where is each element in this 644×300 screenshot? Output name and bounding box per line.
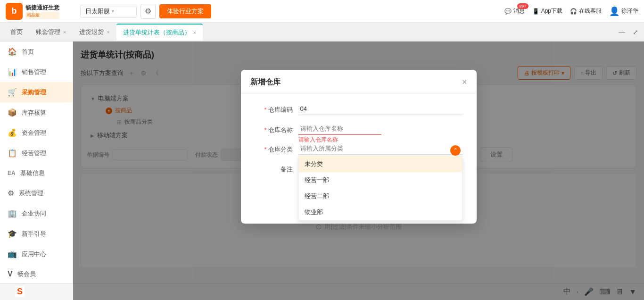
logo-icon: b (6, 3, 23, 20)
dropdown-toggle-button[interactable] (450, 145, 461, 156)
name-input[interactable] (298, 123, 381, 135)
tab-bar: 首页 账套管理 × 进货退货 × 进货单统计表（按商品） × — ⤢ (0, 23, 644, 42)
finance-icon: 💰 (8, 128, 17, 137)
app-download-button[interactable]: 📱 App下载 (532, 7, 562, 15)
system-icon: ⚙ (8, 189, 14, 198)
name-label: 仓库名称 (255, 123, 293, 134)
category-dropdown: 未分类 经营一部 经营二部 物业部 (298, 142, 462, 155)
modal-overlay: 新增仓库 × 仓库编码 仓库名称 请输入仓库名 (73, 42, 644, 300)
gear-icon: ⚙ (145, 7, 151, 16)
basic-info-icon: EA (8, 170, 16, 176)
content-area: 进货单统计(按商品) 按以下方案查询 ＋ ⚙ 《 🖨 按模板打印 ▾ ↑ 导出 (73, 42, 644, 300)
modal-close-button[interactable]: × (462, 77, 467, 87)
tab-home[interactable]: 首页 (4, 24, 29, 41)
modal-title: 新增仓库 (250, 77, 281, 87)
messages-button[interactable]: 💬 消息 99+ (504, 7, 525, 15)
logo-text: 畅捷通好生意 精品版 (25, 4, 59, 19)
store-selector[interactable]: 日太阳膜 ▾ (80, 5, 137, 18)
dropdown-item-1[interactable]: 经营一部 (299, 172, 462, 188)
headset-icon: 🎧 (570, 8, 577, 15)
operations-icon: 📋 (8, 149, 17, 158)
user-icon: 👤 (609, 6, 619, 17)
code-label: 仓库编码 (255, 103, 293, 114)
form-row-code: 仓库编码 (255, 103, 462, 115)
customer-service-button[interactable]: 🎧 在线客服 (570, 7, 602, 15)
home-icon: 🏠 (8, 47, 17, 56)
sidebar-item-enterprise[interactable]: 🏢 企业协同 (0, 203, 73, 224)
category-label: 仓库分类 (255, 142, 293, 154)
form-row-name: 仓库名称 请输入仓库名称 (255, 123, 462, 135)
messages-badge: 99+ (517, 3, 528, 9)
category-dropdown-list: 未分类 经营一部 经营二部 物业部 (298, 156, 462, 221)
inventory-icon: 📦 (8, 108, 17, 117)
sidebar-item-operations[interactable]: 📋 经营管理 (0, 143, 73, 163)
modal-header: 新增仓库 × (241, 70, 477, 93)
trial-button[interactable]: 体验行业方案 (159, 4, 211, 18)
add-warehouse-modal: 新增仓库 × 仓库编码 仓库名称 请输入仓库名 (241, 70, 477, 224)
sidebar-item-apps[interactable]: 📺 应用中心 (0, 244, 73, 264)
tab-stats[interactable]: 进货单统计表（按商品） × (116, 24, 203, 41)
sidebar-item-home[interactable]: 🏠 首页 (0, 42, 73, 62)
sidebar: 🏠 首页 📊 销售管理 🛒 采购管理 📦 库存核算 💰 资金管理 📋 经营管理 … (0, 42, 73, 300)
enterprise-icon: 🏢 (8, 209, 17, 218)
form-row-category: 仓库分类 未分类 经营一部 经营二部 物业部 (255, 142, 462, 155)
tab-close-returns[interactable]: × (107, 29, 109, 35)
dropdown-item-3[interactable]: 物业部 (299, 204, 462, 220)
sidebar-item-finance[interactable]: 💰 资金管理 (0, 123, 73, 143)
tab-close-stats[interactable]: × (193, 30, 196, 35)
sidebar-item-vip[interactable]: V 畅会员 (0, 264, 73, 284)
message-icon: 💬 (504, 8, 512, 15)
tab-close-accounts[interactable]: × (63, 29, 66, 35)
category-input[interactable] (298, 142, 462, 155)
dropdown-item-2[interactable]: 经营二部 (299, 188, 462, 204)
code-input[interactable] (298, 103, 462, 115)
sidebar-item-inventory[interactable]: 📦 库存核算 (0, 102, 73, 123)
header-right: 💬 消息 99+ 📱 App下载 🎧 在线客服 👤 徐泽华 (504, 6, 638, 17)
tab-controls: — ⤢ (617, 26, 640, 38)
logo-area: b 畅捷通好生意 精品版 (6, 3, 76, 20)
tab-returns[interactable]: 进货退货 × (73, 24, 116, 41)
sales-icon: 📊 (8, 67, 17, 76)
user-menu-button[interactable]: 👤 徐泽华 (609, 6, 638, 17)
purchase-icon: 🛒 (8, 88, 17, 97)
bottom-brand: S (8, 286, 25, 297)
gear-button[interactable]: ⚙ (140, 4, 156, 19)
top-header: b 畅捷通好生意 精品版 日太阳膜 ▾ ⚙ 体验行业方案 💬 消息 99+ 📱 … (0, 0, 644, 23)
vip-icon: V (8, 270, 13, 278)
sidebar-item-system[interactable]: ⚙ 系统管理 (0, 183, 73, 203)
note-label: 备注 (255, 162, 293, 174)
apps-icon: 📺 (8, 250, 17, 258)
phone-icon: 📱 (532, 8, 539, 15)
chevron-down-icon: ▾ (112, 8, 114, 14)
sidebar-item-basic-info[interactable]: EA 基础信息 (0, 163, 73, 183)
sidebar-item-guide[interactable]: 🎓 新手引导 (0, 224, 73, 244)
main-layout: 🏠 首页 📊 销售管理 🛒 采购管理 📦 库存核算 💰 资金管理 📋 经营管理 … (0, 42, 644, 300)
dropdown-item-0[interactable]: 未分类 (299, 156, 462, 172)
sidebar-item-sales[interactable]: 📊 销售管理 (0, 62, 73, 82)
modal-body: 仓库编码 仓库名称 请输入仓库名称 仓库分类 (241, 93, 477, 192)
guide-icon: 🎓 (8, 229, 17, 238)
tab-accounts[interactable]: 账套管理 × (29, 24, 73, 41)
sidebar-item-purchase[interactable]: 🛒 采购管理 (0, 82, 73, 102)
tab-minimize-button[interactable]: — (617, 26, 627, 38)
tab-expand-button[interactable]: ⤢ (631, 26, 640, 38)
